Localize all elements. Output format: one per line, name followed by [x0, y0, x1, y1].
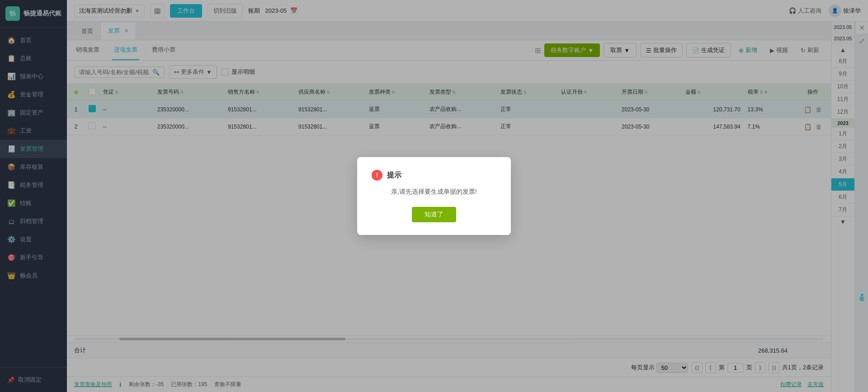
- modal-title: ! 提示: [372, 170, 496, 181]
- modal-body: 亲,请先选择要生成单据的发票!: [372, 188, 496, 196]
- warning-icon: !: [372, 170, 382, 181]
- modal-overlay: ! 提示 亲,请先选择要生成单据的发票! 知道了: [0, 0, 868, 392]
- modal-dialog: ! 提示 亲,请先选择要生成单据的发票! 知道了: [357, 157, 511, 235]
- modal-footer: 知道了: [372, 207, 496, 222]
- modal-ok-button[interactable]: 知道了: [412, 207, 456, 222]
